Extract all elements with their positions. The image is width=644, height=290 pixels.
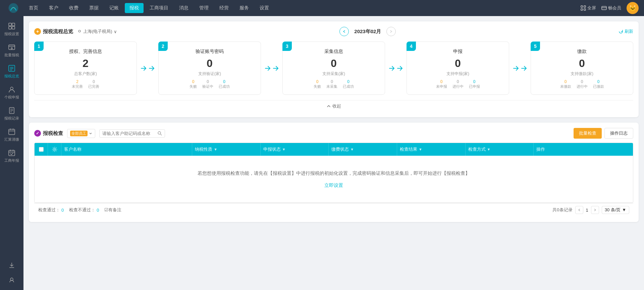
arrow-3-4 bbox=[385, 42, 407, 95]
fail-count[interactable]: 0 bbox=[97, 208, 99, 213]
right-buttons: 批量检查 操作日志 bbox=[574, 128, 633, 139]
app-logo[interactable] bbox=[5, 0, 21, 16]
step-5-stat-1[interactable]: 0 进行中 bbox=[577, 79, 588, 89]
sidebar-item-batch-tax[interactable]: 批量报税 bbox=[0, 40, 23, 61]
check-title: ✓ 报税检查 bbox=[34, 130, 63, 137]
op-log-button[interactable]: 操作日志 bbox=[604, 128, 633, 139]
sidebar-item-tax-overview[interactable]: 报税总览 bbox=[0, 61, 23, 82]
step-2-stat-0[interactable]: 0 失败 bbox=[190, 79, 197, 89]
batch-check-button[interactable]: 批量检查 bbox=[574, 128, 602, 139]
svg-rect-27 bbox=[9, 150, 15, 156]
step-1: 1 授权、完善信息 2 总客户数(家) 2 未完善 0 已完善 bbox=[34, 42, 137, 95]
step-3-stat-2[interactable]: 0 已成功 bbox=[343, 79, 354, 89]
note-label: ☑有备注 bbox=[104, 207, 121, 213]
fail-stat: 检查不通过： 0 bbox=[69, 207, 99, 213]
step-2-stat-0-label: 失败 bbox=[190, 84, 197, 88]
sidebar-item-annual-report[interactable]: 工商年报 bbox=[0, 145, 23, 166]
nav-messages[interactable]: 消息 bbox=[174, 3, 193, 13]
step-1-stat-1-label: 已完善 bbox=[88, 84, 99, 88]
step-1-stats: 2 未完善 0 已完善 bbox=[39, 79, 132, 89]
th-checkbox[interactable] bbox=[35, 143, 48, 156]
pay-status-filter-icon[interactable]: ▼ bbox=[350, 147, 354, 151]
step-5-stat-2[interactable]: 0 已缴款 bbox=[593, 79, 604, 89]
th-tax-nature: 纳税性质 ▼ bbox=[192, 143, 261, 156]
employee-filter[interactable]: 全部员工 bbox=[67, 129, 95, 138]
step-1-stat-0[interactable]: 2 未完善 bbox=[72, 79, 83, 89]
prev-page-button[interactable] bbox=[575, 206, 583, 214]
sidebar-item-settlement[interactable]: 汇算清缴 bbox=[0, 124, 23, 145]
step-1-stat-0-label: 未完善 bbox=[72, 84, 83, 88]
overview-title: + 报税流程总览 bbox=[34, 28, 73, 35]
nav-tax[interactable]: 报税 bbox=[125, 3, 144, 13]
nav-service[interactable]: 服务 bbox=[235, 3, 254, 13]
sidebar-item-tax-records[interactable]: 报税记录 bbox=[0, 103, 23, 124]
table-body-empty: 若您想使用报税检查功能，请先在【报税设置】中进行报税的初始化设置，完成密码验证和… bbox=[35, 156, 633, 203]
step-1-stat-1[interactable]: 0 已完善 bbox=[88, 79, 99, 89]
nav-business[interactable]: 工商项目 bbox=[145, 3, 173, 13]
step-2-stat-1[interactable]: 0 验证中 bbox=[202, 79, 213, 89]
step-5-stat-0[interactable]: 0 未缴款 bbox=[560, 79, 571, 89]
sidebar-item-personal-tax[interactable]: 个税申报 bbox=[0, 82, 23, 103]
next-month-button[interactable] bbox=[386, 27, 396, 36]
step-4-stat-1[interactable]: 0 进行中 bbox=[452, 79, 464, 89]
employee-icon: 全部员工 bbox=[70, 131, 88, 136]
nav-management[interactable]: 管理 bbox=[195, 3, 213, 13]
tax-nature-filter-icon[interactable]: ▼ bbox=[214, 147, 217, 151]
pass-count[interactable]: 0 bbox=[61, 208, 64, 213]
next-page-button[interactable] bbox=[591, 206, 599, 214]
search-input[interactable] bbox=[102, 131, 156, 136]
refresh-button[interactable]: 刷新 bbox=[619, 28, 633, 34]
top-nav-right: 全屏 畅会员 🐱 bbox=[581, 2, 639, 14]
pass-stat: 检查通过： 0 bbox=[38, 207, 64, 213]
step-3-stat-0-value: 0 bbox=[316, 79, 319, 84]
arrow-1-2 bbox=[137, 42, 158, 95]
sidebar-download[interactable] bbox=[0, 258, 23, 273]
nav-settings[interactable]: 设置 bbox=[255, 3, 274, 13]
th-check-result: 检查结果 ▼ bbox=[397, 143, 466, 156]
header-checkbox[interactable] bbox=[39, 147, 44, 152]
nav-fees[interactable]: 收费 bbox=[64, 3, 83, 13]
member-button[interactable]: 畅会员 bbox=[601, 5, 621, 11]
empty-message-text: 若您想使用报税检查功能，请先在【报税设置】中进行报税的初始化设置，完成密码验证和… bbox=[198, 170, 470, 176]
check-result-filter-icon[interactable]: ▼ bbox=[419, 147, 422, 151]
nav-home[interactable]: 首页 bbox=[24, 3, 43, 13]
nav-accounting[interactable]: 记账 bbox=[105, 3, 123, 13]
batch-tax-icon bbox=[8, 43, 16, 51]
chevron-left-icon bbox=[342, 30, 346, 33]
step-3-stat-1[interactable]: 0 未采集 bbox=[326, 79, 337, 89]
nav-operations[interactable]: 经营 bbox=[215, 3, 233, 13]
sidebar-item-tax-settings[interactable]: 报税设置 bbox=[0, 19, 23, 40]
search-icon[interactable] bbox=[157, 131, 162, 136]
step-4-stat-2[interactable]: 0 已申报 bbox=[469, 79, 480, 89]
sidebar-location[interactable] bbox=[0, 273, 23, 287]
step-4-stat-0[interactable]: 0 未申报 bbox=[436, 79, 447, 89]
step-4-stats: 0 未申报 0 进行中 0 已申报 bbox=[411, 79, 505, 89]
per-page-arrow: ▼ bbox=[622, 207, 626, 212]
step-3-stat-0[interactable]: 0 失败 bbox=[314, 79, 321, 89]
forward-arrow-icon-7 bbox=[512, 64, 520, 72]
check-method-filter-icon[interactable]: ▼ bbox=[487, 147, 491, 151]
avatar[interactable]: 🐱 bbox=[627, 2, 639, 14]
step-2-number: 2 bbox=[158, 42, 168, 51]
pass-label: 检查通过： bbox=[38, 207, 60, 213]
location-badge[interactable]: 上海(电子税局) ∨ bbox=[77, 28, 117, 34]
svg-point-34 bbox=[158, 132, 161, 134]
forward-arrow-icon-6 bbox=[396, 64, 404, 72]
nav-clients[interactable]: 客户 bbox=[44, 3, 63, 13]
step-1-stat-0-value: 2 bbox=[76, 79, 78, 84]
nav-invoices[interactable]: 票据 bbox=[85, 3, 103, 13]
forward-arrow-icon-2 bbox=[148, 64, 156, 72]
fullscreen-button[interactable]: 全屏 bbox=[581, 5, 596, 11]
per-page-selector[interactable]: 30 条/页 ▼ bbox=[602, 206, 629, 214]
declare-status-filter-icon[interactable]: ▼ bbox=[282, 147, 286, 151]
setup-link[interactable]: 立即设置 bbox=[198, 180, 470, 190]
svg-point-18 bbox=[10, 87, 13, 90]
step-4: 4 申报 0 支持申报(家) 0 未申报 0 进行中 0 已申报 bbox=[407, 42, 509, 95]
collapse-button[interactable]: 收起 bbox=[34, 100, 633, 112]
step-2-stat-2[interactable]: 0 已成功 bbox=[219, 79, 230, 89]
th-gear[interactable] bbox=[48, 143, 61, 156]
step-2-stat-0-value: 0 bbox=[192, 79, 195, 84]
prev-month-button[interactable] bbox=[339, 27, 349, 36]
step-3-number: 3 bbox=[282, 42, 292, 51]
note-stat: ☑有备注 bbox=[104, 207, 121, 213]
